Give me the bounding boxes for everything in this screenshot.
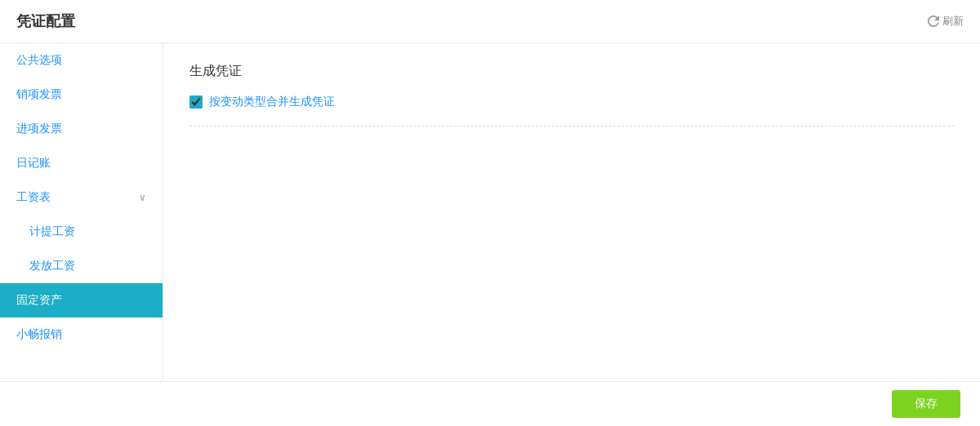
sidebar-item-label: 日记账 bbox=[16, 156, 51, 171]
body-layout: 公共选项销项发票进项发票日记账工资表∨计提工资发放工资固定资产小畅报销 生成凭证… bbox=[0, 43, 980, 381]
main-content: 生成凭证 按变动类型合并生成凭证 bbox=[163, 43, 980, 381]
section-divider bbox=[189, 126, 954, 126]
merge-checkbox[interactable] bbox=[189, 95, 203, 109]
sidebar: 公共选项销项发票进项发票日记账工资表∨计提工资发放工资固定资产小畅报销 bbox=[0, 43, 163, 381]
sidebar-item-label: 小畅报销 bbox=[16, 327, 62, 342]
sidebar-item-journal[interactable]: 日记账 bbox=[0, 146, 163, 180]
chevron-down-icon: ∨ bbox=[139, 192, 146, 203]
sidebar-item-label: 进项发票 bbox=[16, 122, 62, 136]
sidebar-item-payroll-table[interactable]: 工资表∨ bbox=[0, 180, 163, 215]
sidebar-item-label: 销项发票 bbox=[16, 87, 62, 102]
sidebar-item-calculate-salary[interactable]: 计提工资 bbox=[0, 215, 163, 249]
page-header: 凭证配置 刷新 bbox=[0, 0, 980, 43]
merge-checkbox-label[interactable]: 按变动类型合并生成凭证 bbox=[209, 95, 335, 109]
sidebar-item-fixed-assets[interactable]: 固定资产 bbox=[0, 283, 163, 317]
checkbox-row: 按变动类型合并生成凭证 bbox=[189, 95, 954, 109]
sidebar-item-label: 计提工资 bbox=[29, 224, 75, 239]
sidebar-item-distribute-salary[interactable]: 发放工资 bbox=[0, 249, 163, 283]
refresh-label: 刷新 bbox=[942, 14, 964, 29]
save-button[interactable]: 保存 bbox=[892, 390, 960, 418]
page-title: 凭证配置 bbox=[16, 11, 75, 31]
page-footer: 保存 bbox=[0, 381, 980, 426]
section-title: 生成凭证 bbox=[189, 63, 954, 80]
sidebar-item-label: 公共选项 bbox=[16, 53, 62, 68]
sidebar-item-label: 发放工资 bbox=[29, 259, 75, 273]
sidebar-item-expense-report[interactable]: 小畅报销 bbox=[0, 317, 163, 352]
sidebar-item-purchase-invoice[interactable]: 进项发票 bbox=[0, 112, 163, 146]
refresh-button[interactable]: 刷新 bbox=[928, 14, 964, 29]
sidebar-item-sales-invoice[interactable]: 销项发票 bbox=[0, 78, 163, 112]
sidebar-item-label: 固定资产 bbox=[16, 293, 62, 308]
sidebar-item-public-options[interactable]: 公共选项 bbox=[0, 43, 163, 78]
refresh-icon bbox=[928, 16, 939, 27]
sidebar-item-label: 工资表 bbox=[16, 190, 51, 205]
